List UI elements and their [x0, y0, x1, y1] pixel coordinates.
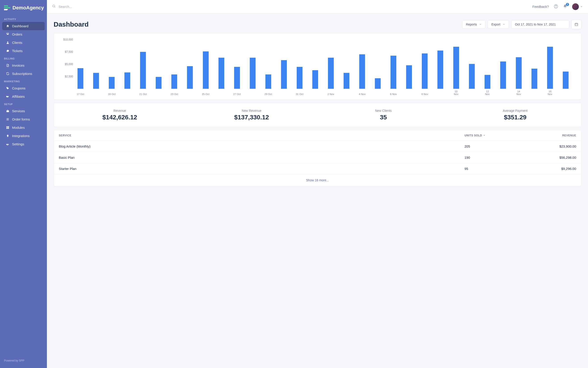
svg-point-6 — [7, 87, 7, 88]
col-units-header[interactable]: UNITS SOLD — [464, 134, 520, 137]
sidebar-item-order-forms[interactable]: Order forms — [2, 115, 45, 123]
table-row[interactable]: Starter Plan95$9,296.00 — [54, 163, 581, 175]
sidebar-item-label: Tickets — [12, 49, 23, 53]
chart-bar[interactable] — [563, 72, 569, 89]
chart-bar[interactable] — [234, 67, 240, 89]
bar-column — [88, 41, 104, 89]
cell-revenue: $56,298.00 — [520, 156, 576, 159]
chart-bar[interactable] — [469, 64, 475, 89]
svg-rect-1 — [4, 7, 10, 8]
chart-bar[interactable] — [312, 70, 318, 89]
sidebar-item-orders[interactable]: Orders — [2, 30, 45, 38]
svg-rect-12 — [8, 126, 9, 128]
export-dropdown[interactable]: Export — [488, 20, 509, 29]
sidebar-item-dashboard[interactable]: Dashboard — [2, 22, 45, 30]
search-wrap — [52, 4, 528, 9]
chart-bar[interactable] — [250, 58, 256, 89]
user-menu[interactable] — [572, 3, 583, 10]
chart-bar[interactable] — [422, 54, 428, 89]
plug-icon — [6, 134, 9, 138]
chart-bar[interactable] — [125, 73, 130, 89]
col-revenue-header[interactable]: REVENUE — [520, 134, 576, 137]
stat-block: Revenue$142,626.12 — [54, 103, 186, 127]
chart-bar[interactable] — [500, 62, 506, 89]
sidebar-item-subscriptions[interactable]: Subscriptions — [2, 70, 45, 78]
bar-column — [386, 41, 401, 89]
bell-icon[interactable]: 1 — [563, 4, 567, 9]
chart-bar[interactable] — [485, 75, 490, 89]
x-axis-tick: 8 Nov — [421, 93, 428, 95]
svg-rect-20 — [575, 23, 578, 26]
search-icon — [52, 4, 56, 9]
chart-bar[interactable] — [516, 57, 522, 89]
chart-bar[interactable] — [109, 77, 115, 89]
notification-badge: 1 — [566, 3, 569, 6]
chart-bar[interactable] — [453, 47, 459, 89]
sidebar-item-integrations[interactable]: Integrations — [2, 132, 45, 140]
svg-rect-11 — [6, 126, 7, 128]
sidebar-item-affiliates[interactable]: Affiliates — [2, 92, 45, 101]
chart-bar[interactable] — [437, 51, 443, 89]
chart-bar[interactable] — [171, 74, 177, 89]
sidebar-item-modules[interactable]: Modules — [2, 123, 45, 132]
chart-bar[interactable] — [406, 65, 412, 89]
sidebar-item-invoices[interactable]: Invoices — [2, 61, 45, 70]
chart-bar[interactable] — [328, 58, 334, 89]
chart-bar[interactable] — [218, 58, 224, 89]
table-header: SERVICE UNITS SOLD REVENUE — [54, 130, 581, 141]
bar-column — [276, 41, 292, 89]
sidebar-item-services[interactable]: Services — [2, 107, 45, 115]
x-axis-tick: 27 Oct — [233, 93, 241, 95]
calendar-button[interactable] — [571, 20, 581, 29]
cell-units: 190 — [464, 156, 520, 159]
date-range-input[interactable] — [511, 20, 569, 29]
chart-bar[interactable] — [375, 78, 381, 89]
bar-column — [339, 41, 354, 89]
chart-bar[interactable] — [140, 52, 146, 89]
services-table-card: SERVICE UNITS SOLD REVENUE Blog Article … — [53, 130, 581, 186]
chevron-down-icon — [580, 5, 583, 9]
svg-marker-2 — [4, 9, 8, 10]
chart-bar[interactable] — [391, 56, 396, 89]
search-input[interactable] — [59, 5, 125, 9]
help-icon[interactable] — [554, 4, 558, 9]
col-service-header[interactable]: SERVICE — [59, 134, 464, 137]
stat-value: 35 — [320, 114, 447, 121]
bar-column — [104, 41, 120, 89]
chart-bar[interactable] — [547, 47, 553, 89]
sidebar-item-tickets[interactable]: Tickets — [2, 47, 45, 55]
show-more-link[interactable]: Show 16 more... — [54, 175, 581, 186]
table-row[interactable]: Blog Article (Monthly)205$23,900.00 — [54, 141, 581, 152]
chart-bar[interactable] — [265, 74, 271, 89]
chart-bar[interactable] — [532, 69, 537, 89]
x-axis-tick: 25 Oct — [202, 93, 210, 95]
chart-bar[interactable] — [78, 68, 83, 89]
bar-column — [433, 41, 448, 89]
table-row[interactable]: Basic Plan190$56,298.00 — [54, 152, 581, 163]
chart-bar[interactable] — [359, 54, 365, 89]
sidebar-section-label: SETUP — [0, 101, 47, 107]
sidebar-item-clients[interactable]: Clients — [2, 38, 45, 47]
bar-column — [135, 41, 151, 89]
svg-point-3 — [7, 42, 8, 43]
chart-bar[interactable] — [344, 73, 349, 89]
bar-column — [558, 41, 573, 89]
chart-bar[interactable] — [203, 51, 209, 89]
sidebar-section-label: ACTIVITY — [0, 16, 47, 22]
sidebar-item-coupons[interactable]: Coupons — [2, 84, 45, 92]
chart-bar[interactable] — [281, 60, 287, 89]
reports-dropdown[interactable]: Reports — [462, 20, 485, 29]
brand[interactable]: DemoAgency — [0, 0, 47, 16]
chart-bar[interactable] — [93, 73, 99, 89]
chart-bar[interactable] — [187, 66, 193, 89]
x-axis-tick: 29 Oct — [265, 93, 272, 95]
x-axis-tick: 4 Nov — [358, 93, 366, 95]
bar-column — [511, 41, 526, 89]
y-axis-tick: $10,000 — [63, 38, 73, 41]
revenue-chart-card: $2,500$5,000$7,500$10,000 17 Oct19 Oct21… — [53, 33, 581, 100]
sidebar-item-label: Invoices — [12, 64, 24, 67]
sidebar-item-settings[interactable]: Settings — [2, 140, 45, 148]
chart-bar[interactable] — [156, 77, 161, 89]
chart-bar[interactable] — [297, 67, 303, 89]
feedback-link[interactable]: Feedback? — [532, 5, 549, 9]
